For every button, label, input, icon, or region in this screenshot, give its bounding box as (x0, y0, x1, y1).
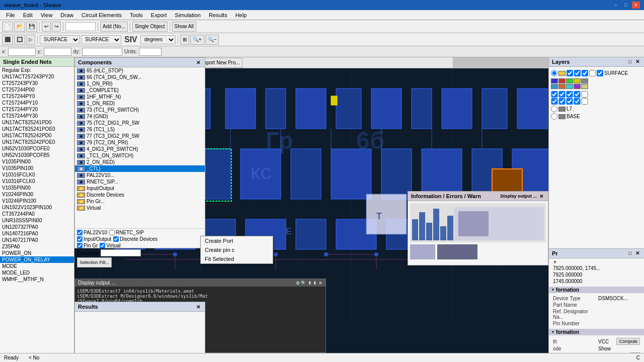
tb2-2[interactable]: 🔲 (14, 35, 25, 45)
layer-surface-radio[interactable] (551, 70, 557, 76)
net-item[interactable]: CT257244PY10 (0, 100, 74, 106)
component-item[interactable]: ▣1HF_MTHF_N) (75, 94, 205, 100)
discrete-filter[interactable]: Discrete Devices (113, 236, 157, 242)
ping-filter[interactable]: Pin Gr (77, 243, 98, 248)
net-item[interactable]: V10316FCLK0 (0, 178, 74, 185)
net-item[interactable]: UN1407216PA0 (0, 230, 74, 237)
compute-btn[interactable]: Compute (616, 338, 640, 345)
component-item[interactable]: 📁Pin Gr... (75, 198, 205, 205)
net-item[interactable]: Regular Exp: (0, 67, 74, 73)
component-item[interactable]: ▣65 (HLC_STOP) (75, 67, 205, 74)
net-item[interactable]: POWER_ON (0, 250, 74, 256)
lc4[interactable] (574, 91, 581, 98)
tb2-zoom-fit[interactable]: ⊞ (180, 35, 189, 45)
info2-section-header[interactable]: ▼ formation (549, 329, 644, 335)
component-item[interactable]: ▣79 (TC2_ON_PRI) (75, 139, 205, 146)
tb2-zoom-in[interactable]: 🔍+ (190, 35, 204, 45)
output-tools[interactable]: ⚙ 🔍 ⬆ ⬇ ✕ (296, 281, 323, 286)
layers-close-btn[interactable]: ✕ (634, 59, 641, 65)
net-item[interactable]: WMHF__MTHF_N (0, 276, 74, 283)
component-item[interactable]: ▣_COMPLETE) (75, 87, 205, 94)
info-display-label[interactable]: Display output ... (500, 194, 537, 199)
close-button[interactable]: ✕ (632, 2, 640, 9)
net-item[interactable]: CT257244PY30 (0, 113, 74, 119)
expand-icon[interactable]: ▼ (553, 260, 557, 264)
component-item[interactable]: ▣74 (GND) (75, 113, 205, 120)
lc9[interactable] (574, 98, 581, 105)
net-item[interactable]: UN1407217PA0 (0, 237, 74, 243)
tb2-1[interactable]: ⬛ (2, 35, 13, 45)
surface-check2[interactable] (574, 70, 581, 76)
surface-select2[interactable]: SURFACE (81, 35, 121, 44)
menu-item-results[interactable]: Results (205, 11, 231, 19)
menu-item-simulation[interactable]: Simulation (171, 11, 205, 19)
net-item[interactable]: UN17ACT825242POE0 (0, 139, 74, 145)
net-item[interactable]: V10246PIN30 (0, 191, 74, 198)
lc6[interactable] (551, 98, 558, 105)
tb-open[interactable]: 📂 (14, 22, 25, 32)
net-item[interactable]: POWER_ON_RELAY (0, 256, 74, 263)
net-item[interactable]: V10316FCLK0 (0, 171, 74, 178)
surface-check4[interactable] (589, 70, 596, 76)
net-item[interactable]: UN1207327PA0 (0, 224, 74, 230)
component-item[interactable]: 📁Discrete Devices (75, 192, 205, 198)
net-item[interactable]: UN52V1030PCOFE0 (0, 145, 74, 152)
net-item[interactable]: V1035PIN00 (0, 158, 74, 165)
add-button[interactable]: Add (No... (100, 22, 128, 32)
lc5[interactable] (581, 91, 588, 98)
component-item[interactable]: ▣PAL22V10... (75, 172, 205, 178)
selection-filter-btn[interactable]: Selection Filt... (77, 257, 112, 267)
menu-item-tools[interactable]: Tools (126, 11, 147, 19)
net-item[interactable]: V1035PIN100 (0, 165, 74, 171)
lc8[interactable] (566, 98, 573, 105)
io-filter[interactable]: Input/Output (77, 236, 111, 242)
net-item[interactable]: CT257244P00 (0, 86, 74, 93)
component-item[interactable]: ▣76 (TC1_L5) (75, 126, 205, 133)
tb2-zoom-out[interactable]: 🔍− (205, 35, 219, 45)
tb-redo[interactable]: ↪ (52, 22, 61, 32)
pal-filter[interactable]: PAL22V10 (77, 230, 107, 235)
components-list[interactable]: ▣65 (HLC_STOP)▣66 (TC4_DIG_ON_SW...▣1_ON… (75, 67, 205, 228)
menu-item-circuitelements[interactable]: Circuit Elements (77, 11, 126, 19)
net-item[interactable]: MODE_LED (0, 269, 74, 276)
menu-item-file[interactable]: File (2, 11, 19, 19)
nets-list[interactable]: Regular Exp:UN17ACT257243PY20CT257243PY3… (0, 67, 74, 362)
virtual-filter[interactable]: Virtual (100, 243, 120, 248)
tb2-3[interactable]: ▷ (26, 35, 35, 45)
component-item[interactable]: ▣2_ON_RED) (75, 159, 205, 165)
surface-check5[interactable] (597, 70, 603, 76)
net-item[interactable]: CT257244PY0 (0, 93, 74, 100)
info-close-btn[interactable]: ✕ (538, 194, 545, 199)
zoom-input[interactable]: 75_70R (65, 22, 96, 31)
degrees-select[interactable]: degrees (140, 35, 176, 44)
net-item[interactable]: UN17ACT825241POE0 (0, 126, 74, 132)
component-item[interactable]: ▣RNETC_SIP... (75, 178, 205, 185)
component-item[interactable]: 📁Input/Output (75, 185, 205, 192)
props-close-btn[interactable]: ✕ (634, 250, 641, 256)
info-section-header[interactable]: ▼ formation (549, 287, 644, 293)
packages-filter[interactable]: d Packages (101, 249, 141, 256)
menu-item-edit[interactable]: Edit (19, 11, 37, 19)
units-input[interactable]: mils (139, 48, 162, 56)
net-item[interactable]: CT257243PY30 (0, 80, 74, 86)
lc10[interactable] (581, 98, 588, 105)
layer-l7-radio[interactable] (551, 106, 557, 112)
net-item[interactable]: V1035PIN00 (0, 185, 74, 191)
surface-select1[interactable]: SURFACE (40, 35, 80, 44)
surface-visible-check[interactable] (567, 70, 573, 76)
comp-close-btn[interactable]: ✕ (195, 60, 202, 65)
lc2[interactable] (558, 91, 566, 98)
net-item[interactable]: CT257244PY20 (0, 106, 74, 113)
net-item[interactable]: UN1922V1023PIN100 (0, 204, 74, 211)
net-item[interactable]: CT357244PA0 (0, 211, 74, 217)
x-input[interactable]: 7150 (8, 48, 36, 56)
results-close-btn[interactable]: ✕ (195, 304, 202, 310)
tb-undo[interactable]: ↩ (42, 22, 51, 32)
tb-new[interactable]: 📄 (2, 22, 13, 32)
menu-item-help[interactable]: Help (231, 11, 251, 19)
component-item[interactable]: ▣75 (TC2_DIG1_PR_5W (75, 120, 205, 126)
props-float-btn[interactable]: □ (627, 250, 633, 256)
select-mode[interactable]: Single Object (132, 22, 167, 32)
menu-item-draw[interactable]: Draw (56, 11, 77, 19)
ctx-create-port[interactable]: Create Port (201, 236, 273, 245)
